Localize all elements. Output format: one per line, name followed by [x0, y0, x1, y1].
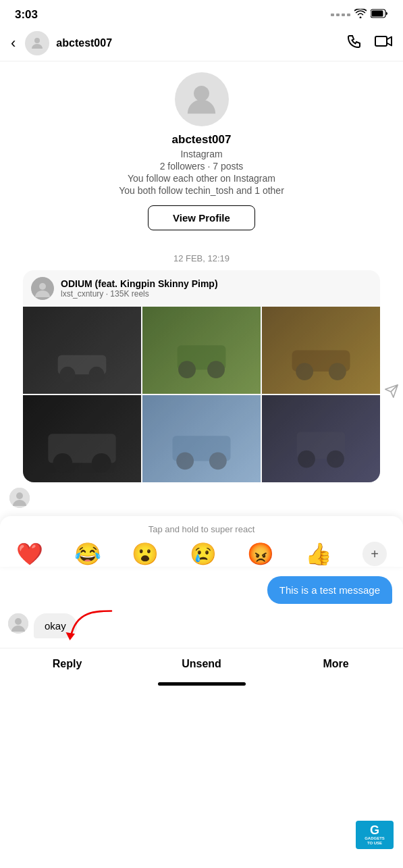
reaction-angry[interactable]: 😡 [247, 541, 274, 567]
nav-avatar [25, 31, 49, 55]
reel-cell-2 [142, 307, 261, 394]
reel-avatar [31, 277, 54, 300]
profile-avatar [175, 72, 229, 126]
svg-point-9 [89, 367, 105, 382]
wifi-icon [354, 9, 367, 21]
svg-point-26 [16, 492, 23, 499]
signal-icon [331, 14, 350, 16]
reaction-more-button[interactable]: + [362, 542, 387, 566]
reel-cell-1 [23, 307, 141, 394]
profile-platform: Instagram [180, 149, 222, 159]
svg-point-4 [194, 85, 209, 101]
nav-username[interactable]: abctest007 [56, 37, 112, 49]
nav-right [346, 33, 392, 53]
profile-username: abctest007 [172, 133, 232, 147]
profile-mutual1: You follow each other on Instagram [128, 173, 275, 184]
reel-sub: lxst_cxntury · 135K reels [61, 289, 218, 299]
outgoing-message-bubble: This is a test message [267, 576, 392, 604]
svg-point-28 [15, 618, 22, 625]
svg-point-11 [178, 361, 196, 378]
svg-point-15 [329, 363, 346, 380]
profile-mutual2: You both follow techin_tosh and 1 other [119, 185, 284, 196]
svg-point-23 [298, 451, 315, 468]
reaction-hint: Tap and hold to super react [11, 524, 392, 534]
reel-title: ODIUM (feat. Kingpin Skinny Pimp) [61, 278, 218, 289]
red-arrow [57, 606, 125, 646]
reaction-cry[interactable]: 😢 [190, 541, 217, 567]
svg-point-14 [296, 363, 313, 380]
reaction-thumbsup[interactable]: 👍 [305, 541, 332, 567]
svg-point-21 [209, 453, 227, 470]
reel-card[interactable]: ODIUM (feat. Kingpin Skinny Pimp) lxst_c… [23, 270, 380, 482]
reaction-emojis: ❤️ 😂 😮 😢 😡 👍 + [11, 541, 392, 567]
status-time: 3:03 [15, 8, 38, 22]
reaction-bar: Tap and hold to super react ❤️ 😂 😮 😢 😡 👍… [0, 516, 403, 567]
incoming-avatar [8, 613, 28, 634]
view-profile-button[interactable]: View Profile [148, 205, 255, 230]
more-button[interactable]: More [269, 658, 403, 670]
bottom-actions: Reply Unsend More [0, 648, 403, 677]
home-indicator [0, 677, 403, 690]
outgoing-message-row: This is a test message [0, 576, 403, 604]
profile-card: abctest007 Instagram 2 followers · 7 pos… [0, 61, 403, 244]
svg-point-24 [327, 451, 344, 468]
call-icon[interactable] [346, 33, 362, 53]
nav-header: ‹ abctest007 [0, 26, 403, 61]
reel-header: ODIUM (feat. Kingpin Skinny Pimp) lxst_c… [23, 270, 380, 307]
status-icons [331, 9, 388, 21]
back-button[interactable]: ‹ [8, 32, 18, 55]
svg-marker-29 [66, 632, 76, 640]
svg-point-8 [60, 367, 76, 382]
arrow-container [0, 645, 403, 648]
watermark-inner: G GADGETSTO USE [356, 821, 394, 849]
send-icon[interactable] [380, 381, 403, 405]
svg-point-12 [207, 361, 225, 378]
svg-point-17 [53, 453, 73, 473]
svg-point-6 [39, 283, 46, 290]
reel-cell-6 [262, 395, 380, 482]
svg-point-20 [176, 453, 194, 470]
reel-cell-4 [23, 395, 141, 482]
svg-point-2 [34, 38, 40, 43]
watermark: G GADGETSTO USE [356, 821, 394, 849]
svg-rect-3 [375, 36, 387, 46]
reply-button[interactable]: Reply [0, 658, 134, 670]
status-bar: 3:03 [0, 0, 403, 26]
profile-stats: 2 followers · 7 posts [160, 161, 244, 172]
reaction-laugh[interactable]: 😂 [74, 541, 101, 567]
svg-point-18 [92, 453, 111, 473]
battery-icon [371, 9, 388, 21]
reel-cell-3 [262, 307, 380, 394]
sender-avatar [9, 488, 30, 508]
reel-info: ODIUM (feat. Kingpin Skinny Pimp) lxst_c… [61, 278, 218, 299]
nav-left: ‹ abctest007 [8, 31, 112, 55]
reel-grid[interactable] [23, 307, 380, 482]
video-icon[interactable] [375, 34, 392, 52]
date-stamp: 12 FEB, 12:19 [0, 253, 403, 263]
reaction-wow[interactable]: 😮 [132, 541, 159, 567]
home-bar [158, 682, 246, 686]
svg-rect-1 [372, 11, 383, 17]
unsend-button[interactable]: Unsend [134, 658, 269, 670]
reel-cell-5 [142, 395, 261, 482]
reaction-heart[interactable]: ❤️ [16, 541, 43, 567]
